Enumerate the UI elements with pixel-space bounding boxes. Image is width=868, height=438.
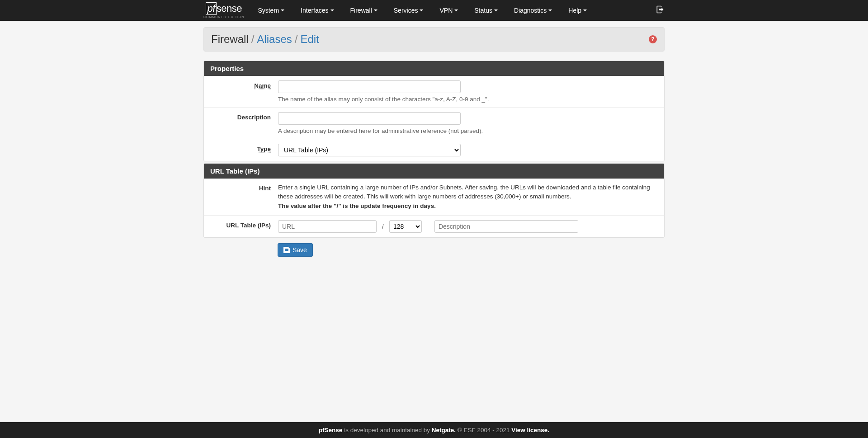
nav-vpn[interactable]: VPN <box>431 0 466 21</box>
logout-icon <box>656 5 665 14</box>
form-group-type: Type URL Table (IPs) <box>204 139 664 161</box>
label-url: URL Table (IPs) <box>204 220 276 233</box>
caret-down-icon <box>281 9 284 11</box>
caret-down-icon <box>420 9 423 11</box>
logo-subtext: COMMUNITY EDITION <box>203 15 244 19</box>
breadcrumb: Firewall / Aliases / Edit <box>211 33 319 46</box>
page-content: Firewall / Aliases / Edit ? Properties N… <box>203 21 665 422</box>
nav-status[interactable]: Status <box>466 0 506 21</box>
description-input[interactable] <box>278 112 461 125</box>
form-group-description: Description A description may be entered… <box>204 108 664 139</box>
nav-help[interactable]: Help <box>560 0 595 21</box>
nav-diagnostics[interactable]: Diagnostics <box>506 0 560 21</box>
save-icon <box>283 247 290 253</box>
label-name: Name <box>204 80 276 103</box>
footer-netgate-link[interactable]: Netgate. <box>432 427 456 433</box>
url-input[interactable] <box>278 220 377 233</box>
url-row: / 128 <box>278 220 658 233</box>
breadcrumb-bar: Firewall / Aliases / Edit ? <box>203 27 665 52</box>
nav-items: System Interfaces Firewall Services VPN … <box>250 0 595 21</box>
caret-down-icon <box>494 9 498 11</box>
nav-system[interactable]: System <box>250 0 292 21</box>
caret-down-icon <box>454 9 458 11</box>
frequency-select[interactable]: 128 <box>389 220 422 233</box>
slash-separator: / <box>380 223 386 230</box>
form-group-name: Name The name of the alias may only cons… <box>204 76 664 108</box>
url-description-input[interactable] <box>434 220 578 233</box>
logo[interactable]: pfsense COMMUNITY EDITION <box>203 2 244 19</box>
top-navbar: pfsense COMMUNITY EDITION System Interfa… <box>0 0 868 21</box>
form-group-hint: Hint Enter a single URL containing a lar… <box>204 179 664 216</box>
breadcrumb-sep: / <box>295 33 298 46</box>
logo-text: pfsense <box>206 2 242 15</box>
caret-down-icon <box>548 9 552 11</box>
hint-text: Enter a single URL containing a large nu… <box>278 183 658 211</box>
caret-down-icon <box>330 9 334 11</box>
save-row: Save <box>203 238 665 262</box>
panel-properties-title: Properties <box>204 61 664 76</box>
form-group-url: URL Table (IPs) / 128 <box>204 216 664 237</box>
label-type: Type <box>204 144 276 156</box>
label-hint: Hint <box>204 183 276 211</box>
breadcrumb-sep: / <box>251 33 255 46</box>
footer-license-link[interactable]: View license. <box>511 427 549 433</box>
breadcrumb-aliases[interactable]: Aliases <box>257 33 292 46</box>
panel-properties: Properties Name The name of the alias ma… <box>203 61 665 161</box>
name-input[interactable] <box>278 80 461 93</box>
footer-product-link[interactable]: pfSense <box>319 427 343 433</box>
description-help-text: A description may be entered here for ad… <box>278 127 658 134</box>
nav-interfaces[interactable]: Interfaces <box>292 0 342 21</box>
breadcrumb-root: Firewall <box>211 33 249 46</box>
caret-down-icon <box>583 9 587 11</box>
breadcrumb-edit[interactable]: Edit <box>300 33 319 46</box>
caret-down-icon <box>374 9 377 11</box>
nav-services[interactable]: Services <box>386 0 432 21</box>
footer: pfSense is developed and maintained by N… <box>0 422 868 438</box>
name-help-text: The name of the alias may only consist o… <box>278 96 658 103</box>
panel-url-table-title: URL Table (IPs) <box>204 164 664 179</box>
type-select[interactable]: URL Table (IPs) <box>278 144 461 156</box>
nav-container: pfsense COMMUNITY EDITION System Interfa… <box>203 0 665 21</box>
help-icon[interactable]: ? <box>649 35 657 43</box>
panel-url-table: URL Table (IPs) Hint Enter a single URL … <box>203 163 665 238</box>
nav-firewall[interactable]: Firewall <box>342 0 386 21</box>
save-button[interactable]: Save <box>278 243 313 257</box>
logout-button[interactable] <box>656 5 665 16</box>
label-description: Description <box>204 112 276 134</box>
